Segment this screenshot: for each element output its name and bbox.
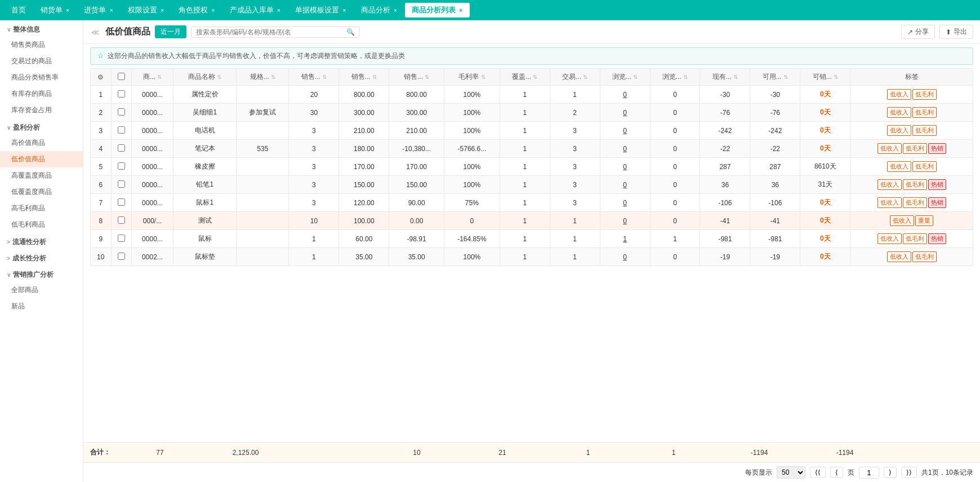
nav-sales-close[interactable]: × bbox=[66, 7, 69, 14]
footer-views1: 1 bbox=[565, 449, 611, 457]
nav-sales[interactable]: 销货单 × bbox=[34, 3, 76, 17]
sidebar-item-sales-products[interactable]: 销售类商品 bbox=[0, 37, 83, 53]
collapse-sidebar-btn[interactable]: ≪ bbox=[90, 26, 101, 38]
sidebar-item-high-value[interactable]: 高价值商品 bbox=[0, 135, 83, 151]
nav-permission-close[interactable]: × bbox=[161, 7, 164, 14]
row-checkbox[interactable] bbox=[118, 90, 125, 98]
sidebar-group-profit[interactable]: ∨ 盈利分析 bbox=[0, 118, 83, 135]
page-input[interactable] bbox=[859, 467, 879, 479]
main-content: ≪ 低价值商品 近一月 🔍 ↗ 分享 ⬆ 导出 ☆ 这部分商品的销售收入大幅 bbox=[83, 20, 980, 482]
row-checkbox[interactable] bbox=[118, 108, 125, 116]
tag: 低毛利 bbox=[912, 161, 937, 172]
col-sale-price[interactable]: 销售... ⇅ bbox=[339, 69, 389, 86]
next-page-btn[interactable]: ⟩ bbox=[884, 467, 897, 478]
views-link[interactable]: 1 bbox=[623, 235, 627, 243]
period-btn[interactable]: 近一月 bbox=[155, 25, 186, 38]
nav-product-list-close[interactable]: × bbox=[459, 7, 462, 14]
col-saleable[interactable]: 可销... ⇅ bbox=[800, 69, 850, 86]
row-checkbox[interactable] bbox=[118, 235, 125, 242]
col-spec[interactable]: 规格... ⇅ bbox=[237, 69, 289, 86]
nav-home[interactable]: 首页 bbox=[5, 3, 33, 17]
nav-template[interactable]: 单据模板设置 × bbox=[288, 3, 353, 17]
pagination: 每页显示 50 100 200 ⟨⟨ ⟨ 页 ⟩ ⟩⟩ 共1页，10条记录 bbox=[83, 462, 980, 482]
nav-product-analysis-close[interactable]: × bbox=[394, 7, 397, 14]
tag: 热销 bbox=[928, 179, 946, 190]
nav-template-close[interactable]: × bbox=[342, 7, 346, 14]
table-row: 70000...鼠标13120.0090.0075%1300-106-1060天… bbox=[91, 194, 973, 212]
views-link[interactable]: 0 bbox=[623, 163, 627, 171]
sidebar-item-traded-products[interactable]: 交易过的商品 bbox=[0, 53, 83, 69]
export-btn[interactable]: ⬆ 导出 bbox=[939, 25, 973, 39]
col-checkbox[interactable] bbox=[111, 69, 131, 86]
sidebar-item-high-coverage[interactable]: 高覆盖度商品 bbox=[0, 167, 83, 184]
row-checkbox[interactable] bbox=[118, 216, 125, 224]
per-page-label: 每页显示 bbox=[745, 468, 772, 477]
row-checkbox[interactable] bbox=[118, 198, 125, 206]
row-checkbox[interactable] bbox=[118, 162, 125, 170]
col-name[interactable]: 商品名称 ⇅ bbox=[173, 69, 237, 86]
footer-sale-qty: 77 bbox=[137, 449, 182, 457]
search-icon[interactable]: 🔍 bbox=[346, 28, 355, 36]
sidebar-group-circulation[interactable]: > 流通性分析 bbox=[0, 233, 83, 249]
col-gross-margin[interactable]: 毛利率 ⇅ bbox=[444, 69, 500, 86]
first-page-btn[interactable]: ⟨⟨ bbox=[810, 467, 826, 478]
nav-stock-in[interactable]: 产成品入库单 × bbox=[223, 3, 287, 17]
sidebar-item-new-products[interactable]: 新品 bbox=[0, 298, 83, 315]
col-views2[interactable]: 浏览... ⇅ bbox=[650, 69, 700, 86]
views-link[interactable]: 0 bbox=[623, 109, 627, 117]
sidebar-item-stock-products[interactable]: 有库存的商品 bbox=[0, 86, 83, 102]
sidebar-item-category-sales-rate[interactable]: 商品分类销售率 bbox=[0, 69, 83, 86]
sidebar-group-growth[interactable]: > 成长性分析 bbox=[0, 249, 83, 266]
views-link[interactable]: 0 bbox=[623, 91, 627, 99]
views-link[interactable]: 0 bbox=[623, 199, 627, 207]
views-link[interactable]: 0 bbox=[623, 217, 627, 225]
tag: 低收入 bbox=[877, 179, 902, 190]
col-current-stock[interactable]: 现有... ⇅ bbox=[700, 69, 750, 86]
col-available[interactable]: 可用... ⇅ bbox=[750, 69, 800, 86]
sidebar-item-low-margin[interactable]: 低毛利商品 bbox=[0, 216, 83, 233]
nav-product-list[interactable]: 商品分析列表 × bbox=[405, 3, 469, 17]
sidebar-item-low-coverage[interactable]: 低覆盖度商品 bbox=[0, 184, 83, 200]
col-coverage[interactable]: 覆盖... ⇅ bbox=[500, 69, 550, 86]
col-settings[interactable]: ⚙ bbox=[91, 69, 112, 86]
nav-product-analysis[interactable]: 商品分析 × bbox=[354, 3, 404, 17]
table-row: 8000/...测试10100.000.0001100-41-410天低收入重量 bbox=[91, 212, 973, 230]
views-link[interactable]: 0 bbox=[623, 181, 627, 189]
data-table: ⚙ 商... ⇅ 商品名称 ⇅ 规格... ⇅ 销售... ⇅ 销售... ⇅ … bbox=[90, 68, 973, 266]
views-link[interactable]: 0 bbox=[623, 145, 627, 153]
sidebar-item-low-value[interactable]: 低价值商品 bbox=[0, 151, 83, 167]
sidebar-item-stock-capital[interactable]: 库存资金占用 bbox=[0, 102, 83, 118]
row-checkbox[interactable] bbox=[118, 144, 125, 152]
col-sale-qty[interactable]: 销售... ⇅ bbox=[289, 69, 339, 86]
views-link[interactable]: 0 bbox=[623, 253, 627, 261]
row-checkbox[interactable] bbox=[118, 180, 125, 188]
footer-summary: 合计： 77 2,125.00 10 21 1 1 -1194 -1194 bbox=[83, 442, 980, 462]
nav-stock-in-close[interactable]: × bbox=[277, 7, 280, 14]
nav-purchase[interactable]: 进货单 × bbox=[77, 3, 119, 17]
row-checkbox[interactable] bbox=[118, 126, 125, 134]
col-trade[interactable]: 交易... ⇅ bbox=[550, 69, 600, 86]
nav-purchase-close[interactable]: × bbox=[109, 7, 113, 14]
col-code[interactable]: 商... ⇅ bbox=[131, 69, 173, 86]
row-checkbox[interactable] bbox=[118, 253, 125, 260]
share-btn[interactable]: ↗ 分享 bbox=[901, 25, 935, 39]
sidebar-group-overall[interactable]: ∨ 整体信息 bbox=[0, 20, 83, 37]
footer-trade: 21 bbox=[480, 449, 525, 457]
last-page-btn[interactable]: ⟩⟩ bbox=[901, 467, 917, 478]
select-all-checkbox[interactable] bbox=[118, 73, 125, 80]
prev-page-btn[interactable]: ⟨ bbox=[830, 467, 843, 478]
table-row: 10000...属性定价20800.00800.00100%1100-30-30… bbox=[91, 86, 973, 104]
nav-role-close[interactable]: × bbox=[211, 7, 215, 14]
col-sale-amount[interactable]: 销售... ⇅ bbox=[389, 69, 444, 86]
views-link[interactable]: 0 bbox=[623, 127, 627, 135]
tag: 低收入 bbox=[887, 251, 911, 262]
sidebar-item-high-margin[interactable]: 高毛利商品 bbox=[0, 200, 83, 216]
per-page-select[interactable]: 50 100 200 bbox=[777, 466, 805, 479]
col-views1[interactable]: 浏览... ⇅ bbox=[600, 69, 650, 86]
share-icon: ↗ bbox=[907, 28, 913, 36]
search-input[interactable] bbox=[196, 28, 346, 36]
sidebar-item-all-products[interactable]: 全部商品 bbox=[0, 282, 83, 298]
sidebar-group-marketing[interactable]: ∨ 营销推广分析 bbox=[0, 266, 83, 282]
nav-permission[interactable]: 权限设置 × bbox=[121, 3, 171, 17]
nav-role[interactable]: 角色授权 × bbox=[172, 3, 221, 17]
